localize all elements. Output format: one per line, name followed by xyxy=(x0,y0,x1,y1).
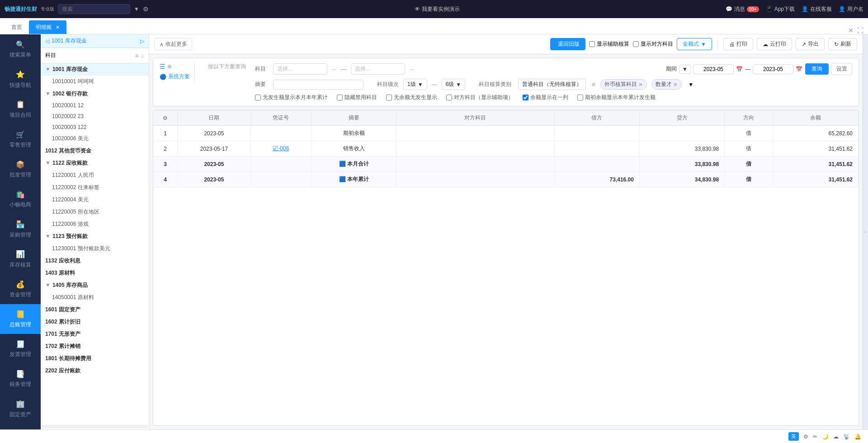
show-aux-checkbox[interactable]: 显示辅助核算 xyxy=(589,40,629,48)
sidebar-item-salary[interactable]: 💵 工资 xyxy=(0,424,41,429)
app-download-btn[interactable]: 📱 App下载 xyxy=(766,5,795,13)
return-old-btn[interactable]: 退回旧版 xyxy=(550,38,585,50)
checkbox-6[interactable] xyxy=(577,95,583,100)
checkbox-item-6[interactable]: 期初余额显示本年累计发生额 xyxy=(577,94,656,101)
sidebar-item-inventory[interactable]: 📊 库存核算 xyxy=(0,244,41,274)
tag-close-icon-1[interactable]: ✕ xyxy=(638,81,643,88)
sidebar-item-search[interactable]: 🔍 搜索菜单 xyxy=(0,34,41,64)
tree-item-1001[interactable]: ▼1001 库存现金 xyxy=(41,63,149,76)
subject-input[interactable]: 选择... xyxy=(273,63,327,75)
lang-label[interactable]: 英 xyxy=(788,432,799,441)
period-from-input[interactable] xyxy=(693,64,734,74)
tree-item-11220002[interactable]: 11220002 往来标签 xyxy=(41,181,149,194)
tree-item-2202[interactable]: 2202 应付账款 xyxy=(41,365,149,377)
tree-item-1122[interactable]: ▼1122 应收账款 xyxy=(41,157,149,169)
print-btn[interactable]: 🖨 打印 xyxy=(723,38,753,50)
sidebar-item-project[interactable]: 📋 项目合同 xyxy=(0,94,41,124)
demo-btn[interactable]: 👁 我要看实例演示 xyxy=(415,5,460,13)
list-view-icon[interactable]: ≡ xyxy=(135,52,138,59)
search-scheme-icon[interactable]: ⊕ xyxy=(167,63,172,70)
selected-account[interactable]: ◁ 1001 库存现金 ▷ xyxy=(41,34,149,48)
checkbox-3[interactable] xyxy=(386,95,392,100)
message-btn[interactable]: 💬 消息 99+ xyxy=(726,5,759,13)
window-close-icon[interactable]: ✕ xyxy=(848,27,854,34)
lang-btn[interactable]: 英 xyxy=(788,432,799,441)
tree-item-11220006[interactable]: 11220006 游戏 xyxy=(41,218,149,230)
subject-input-2[interactable]: 选择... xyxy=(351,63,405,75)
checkbox-item-2[interactable]: 隐藏禁用科目 xyxy=(337,94,377,101)
tree-item-11220004[interactable]: 11220004 美元 xyxy=(41,194,149,206)
tree-item-11220005[interactable]: 11220005 所在地区 xyxy=(41,206,149,218)
online-service-btn[interactable]: 👤 在线客服 xyxy=(802,5,832,13)
query-btn[interactable]: 查询 xyxy=(805,63,829,75)
export-btn[interactable]: ↗ 导出 xyxy=(796,38,825,50)
tree-item-1405[interactable]: ▼1405 库存商品 xyxy=(41,279,149,291)
refresh-btn[interactable]: ↻ 刷新 xyxy=(828,38,857,50)
bottom-notify[interactable]: 🔔 xyxy=(854,433,861,440)
tree-item-1801[interactable]: 1801 长期待摊费用 xyxy=(41,352,149,365)
period-type-selector[interactable]: ▼ xyxy=(679,65,691,74)
sidebar-item-ledger[interactable]: 📒 总账管理 xyxy=(0,304,41,334)
more-dropdown[interactable]: ▼ xyxy=(688,81,693,88)
checkbox-item-1[interactable]: 无发生额显示本月本年累计 xyxy=(255,94,328,101)
checkbox-5[interactable] xyxy=(523,95,528,100)
level-from-select[interactable]: 1级 ▼ xyxy=(403,79,427,90)
sidebar-item-wholesale[interactable]: 📦 批发管理 xyxy=(0,154,41,184)
tree-item-10020003[interactable]: 10020003 122 xyxy=(41,122,149,133)
tree-item-1601[interactable]: 1601 固定资产 xyxy=(41,304,149,316)
checkbox-item-3[interactable]: 无余额无发生显示 xyxy=(386,94,437,101)
checkbox-1[interactable] xyxy=(255,95,261,100)
tag-close-icon-2[interactable]: ✕ xyxy=(673,81,678,88)
bottom-settings[interactable]: ⚙ xyxy=(803,433,808,440)
voucher-link[interactable]: 记-006 xyxy=(273,145,289,152)
show-contra-checkbox[interactable]: 显示对方科目 xyxy=(633,40,673,48)
format-btn[interactable]: 金额式 ▼ xyxy=(677,38,712,50)
aux-checkbox-input[interactable] xyxy=(589,41,595,47)
tree-item-1702[interactable]: 1702 累计摊销 xyxy=(41,340,149,352)
contra-checkbox-input[interactable] xyxy=(633,41,639,47)
period-cal-icon[interactable]: 📅 xyxy=(736,66,743,72)
scheme-list-icon[interactable]: ☰ xyxy=(160,63,165,70)
setting-btn[interactable]: 设置 xyxy=(831,63,852,75)
bottom-signal[interactable]: 📡 xyxy=(843,433,850,440)
cloud-print-btn[interactable]: ☁ 云打印 xyxy=(757,38,792,50)
tree-item-14050001[interactable]: 14050001 原材料 xyxy=(41,291,149,304)
bottom-edit[interactable]: ✏ xyxy=(813,433,817,440)
checkbox-2[interactable] xyxy=(337,95,343,100)
level-to-select[interactable]: 6级 ▼ xyxy=(442,79,466,90)
sidebar-item-retail[interactable]: 🛒 零售管理 xyxy=(0,124,41,154)
checkbox-item-5[interactable]: 余额显示在一列 xyxy=(523,94,568,101)
tree-item-10010001[interactable]: 10010001 呵呵呵 xyxy=(41,76,149,88)
account-nav-icon[interactable]: ▷ xyxy=(140,38,144,44)
sidebar-item-nav[interactable]: ⭐ 快捷导航 xyxy=(0,64,41,94)
period-to-input[interactable] xyxy=(753,64,793,74)
tree-item-10020001[interactable]: 10020001 12 xyxy=(41,100,149,111)
checkbox-item-4[interactable]: 对方科目（显示辅助项） xyxy=(446,94,514,101)
th-settings[interactable]: ⚙ xyxy=(153,110,178,126)
sidebar-item-invoice[interactable]: 🧾 发票管理 xyxy=(0,334,41,364)
tag-close-1[interactable]: ✕ xyxy=(591,81,596,88)
sidebar-item-ecommerce[interactable]: 🛍️ 小畅电商 xyxy=(0,184,41,214)
tree-item-11230001[interactable]: 11230001 预付账款美元 xyxy=(41,243,149,255)
right-collapse-panel[interactable]: › xyxy=(863,34,868,429)
tree-item-1012[interactable]: 1012 其他货币资金 xyxy=(41,145,149,157)
horizontal-scrollbar[interactable] xyxy=(42,425,148,429)
tree-item-1002[interactable]: ▼1002 银行存款 xyxy=(41,88,149,100)
sidebar-item-purchase[interactable]: 🏪 采购管理 xyxy=(0,214,41,244)
tree-item-11220001[interactable]: 11220001 人民币 xyxy=(41,169,149,181)
tree-item-10020002[interactable]: 10020002 23 xyxy=(41,111,149,122)
expand-more-btn[interactable]: ∧ 收起更多 xyxy=(155,38,192,50)
checkbox-4[interactable] xyxy=(446,95,452,100)
user-btn[interactable]: 👤 用户名 xyxy=(839,5,863,13)
tree-item-1123[interactable]: ▼1123 预付账款 xyxy=(41,230,149,243)
row-voucher-2[interactable]: 记-006 xyxy=(250,141,311,157)
summary-input[interactable] xyxy=(273,80,363,90)
category-select[interactable]: 普通科目（无特殊核算） xyxy=(518,79,586,90)
bottom-theme[interactable]: 🌙 xyxy=(822,433,829,440)
period-cal-icon-2[interactable]: 📅 xyxy=(796,66,802,72)
window-expand-icon[interactable]: ⛶ xyxy=(857,27,863,34)
tab-ledger[interactable]: 明细账 ✕ xyxy=(29,20,66,34)
dropdown-icon[interactable]: ▼ xyxy=(134,6,139,12)
top-search-input[interactable] xyxy=(58,4,130,14)
scheme-btn[interactable]: 🔵 系统方案 xyxy=(160,73,190,81)
